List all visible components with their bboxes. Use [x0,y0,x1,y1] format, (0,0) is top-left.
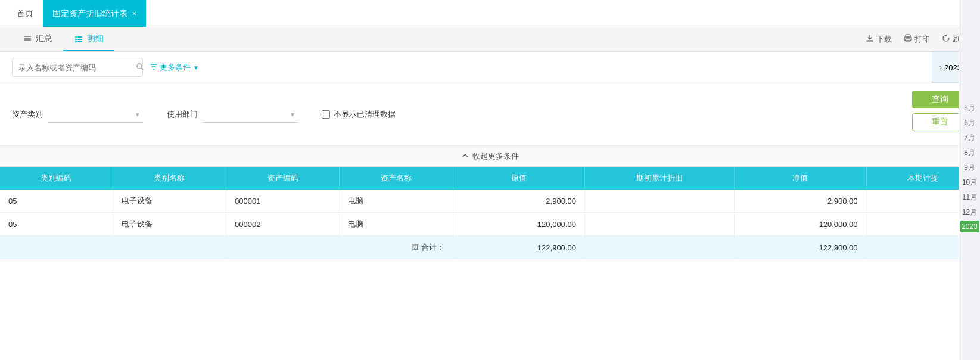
tab-summary-label: 汇总 [36,33,52,44]
col-net-value: 净值 [735,167,866,190]
summary-empty-1 [0,236,226,259]
tab-summary[interactable]: 汇总 [12,27,63,51]
cell-category-code-2: 05 [0,213,113,236]
print-label: 打印 [914,34,930,45]
month-10[interactable]: 10月 [960,176,979,190]
print-icon [904,34,912,44]
svg-point-5 [75,39,77,41]
cell-category-code-1: 05 [0,190,113,213]
month-5[interactable]: 5月 [960,101,979,115]
data-table: 类别编码 类别名称 资产编码 资产名称 原值 期初累计折旧 净值 本期计提 05… [0,167,980,259]
no-cleared-checkbox[interactable] [322,110,330,119]
svg-point-3 [75,36,77,38]
asset-category-select[interactable] [48,106,143,123]
svg-point-7 [75,41,77,43]
tab-title: 固定资产折旧统计表 [52,8,127,19]
cell-initial-depreciation-2 [584,213,734,236]
filter-icon [150,63,157,72]
svg-rect-8 [77,41,82,42]
cell-category-name-1: 电子设备 [113,190,226,213]
table-row[interactable]: 05 电子设备 000002 电脑 120,000.00 120,000.00 [0,213,980,236]
collapse-bar[interactable]: 收起更多条件 [0,146,980,167]
cell-asset-name-1: 电脑 [340,190,453,213]
month-8[interactable]: 8月 [960,146,979,160]
summary-icon: 🖼 [412,243,419,252]
tab-toolbar-area: 汇总 明细 下载 [0,27,980,52]
tab-items: 汇总 明细 [0,27,126,51]
search-icon [136,63,144,73]
col-asset-name: 资产名称 [340,167,453,190]
table-row[interactable]: 05 电子设备 000001 电脑 2,900.00 2,900.00 [0,190,980,213]
month-12[interactable]: 12月 [960,206,979,219]
col-asset-code: 资产编码 [226,167,340,190]
cell-original-value-1: 2,900.00 [453,190,584,213]
chevron-down-icon: ▼ [193,64,199,71]
svg-rect-1 [24,39,31,41]
print-button[interactable]: 打印 [904,34,930,45]
more-filter-button[interactable]: 更多条件 ▼ [150,62,199,73]
search-input[interactable] [12,58,143,77]
main-tab[interactable]: 固定资产折旧统计表 × [43,0,146,27]
no-cleared-label: 不显示已清理数据 [334,109,396,120]
chevron-right-icon: › [939,63,942,72]
svg-rect-9 [906,35,910,37]
download-button[interactable]: 下载 [866,34,892,45]
collapse-icon [462,152,469,161]
month-6[interactable]: 6月 [960,116,979,130]
collapse-label: 收起更多条件 [472,151,519,162]
list-icon [74,34,83,44]
month-7[interactable]: 7月 [960,131,979,145]
department-select[interactable] [203,106,298,123]
svg-rect-6 [77,39,82,40]
layers-icon [23,34,32,44]
tab-close-icon[interactable]: × [132,10,136,18]
department-select-wrap: ▼ [203,106,298,123]
cell-asset-name-2: 电脑 [340,213,453,236]
no-cleared-filter[interactable]: 不显示已清理数据 [322,109,396,120]
month-11[interactable]: 11月 [960,191,979,204]
summary-net-value: 122,900.00 [735,236,866,259]
cell-original-value-2: 120,000.00 [453,213,584,236]
download-label: 下载 [876,34,892,45]
download-icon [866,34,874,44]
svg-rect-2 [24,36,31,37]
tab-detail[interactable]: 明细 [63,27,114,51]
cell-asset-code-2: 000002 [226,213,340,236]
cell-asset-code-1: 000001 [226,190,340,213]
asset-category-filter: 资产类别 ▼ [12,106,143,123]
filter-row: 资产类别 ▼ 使用部门 ▼ 不显示已清理数据 查询 重置 [12,91,968,145]
col-original-value: 原值 [453,167,584,190]
table-summary-row: 🖼 合计： 122,900.00 122,900.00 [0,236,980,259]
tab-detail-label: 明细 [87,33,104,44]
cell-initial-depreciation-1 [584,190,734,213]
svg-rect-0 [24,38,31,39]
col-category-name: 类别名称 [113,167,226,190]
year-2023[interactable]: 2023 [960,221,979,232]
col-category-code: 类别编码 [0,167,113,190]
right-panel: 5月 6月 7月 8月 9月 10月 11月 12月 2023 [959,0,980,360]
svg-rect-4 [77,36,82,38]
department-label: 使用部门 [167,109,198,120]
summary-initial-depreciation [584,236,734,259]
col-initial-depreciation: 期初累计折旧 [584,167,734,190]
month-9[interactable]: 9月 [960,161,979,175]
more-filter-label: 更多条件 [160,62,191,73]
cell-net-value-2: 120,000.00 [735,213,866,236]
summary-original-value: 122,900.00 [453,236,584,259]
cell-net-value-1: 2,900.00 [735,190,866,213]
summary-label: 合计： [421,242,444,253]
search-row: 更多条件 ▼ › 2023.01 [0,52,980,83]
asset-category-label: 资产类别 [12,109,43,120]
refresh-icon [942,34,950,44]
department-filter: 使用部门 ▼ [167,106,298,123]
asset-category-select-wrap: ▼ [48,106,143,123]
table-wrap: 类别编码 类别名称 资产编码 资产名称 原值 期初累计折旧 净值 本期计提 05… [0,167,980,360]
cell-category-name-2: 电子设备 [113,213,226,236]
summary-label-cell: 🖼 合计： [226,236,453,259]
home-tab[interactable]: 首页 [7,8,43,19]
top-nav: 首页 固定资产折旧统计表 × ✕ [0,0,980,27]
table-header-row: 类别编码 类别名称 资产编码 资产名称 原值 期初累计折旧 净值 本期计提 [0,167,980,190]
filter-panel: 资产类别 ▼ 使用部门 ▼ 不显示已清理数据 查询 重置 [0,83,980,146]
